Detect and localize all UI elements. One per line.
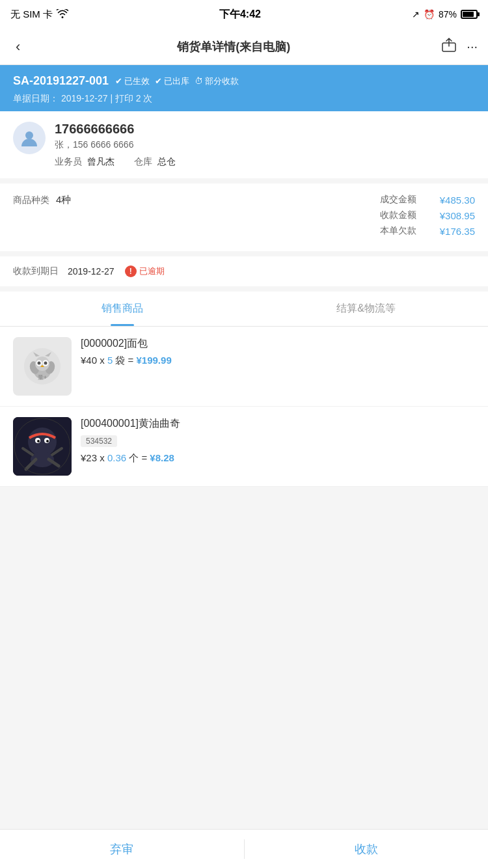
amounts-right: 成交金额 ¥485.30 收款金额 ¥308.95 本单欠款 ¥176.35 (380, 194, 475, 241)
status-partial-received: ⏱ 部分收款 (195, 75, 239, 87)
status-left: 无 SIM 卡 (10, 8, 68, 21)
product-details-1: [0000002]面包 ¥40 x 5 袋 = ¥199.99 (81, 337, 475, 367)
page-title: 销货单详情(来自电脑) (177, 39, 290, 55)
more-button[interactable]: ··· (467, 39, 478, 54)
product-thumb-1: 量+ (13, 337, 72, 396)
location-icon: ↗ (412, 9, 420, 20)
order-date: 单据日期： 2019-12-27 | 打印 2 次 (13, 93, 475, 105)
battery-percent: 87% (439, 9, 457, 20)
product-types: 商品种类 4种 (13, 194, 71, 206)
customer-meta: 业务员 曾凡杰 仓库 总仓 (55, 156, 475, 168)
tab-settlement[interactable]: 结算&物流等 (244, 292, 488, 326)
deal-amount-line: 成交金额 ¥485.30 (380, 194, 475, 206)
status-right: ↗ ⏰ 87% (412, 9, 478, 20)
nav-bar: ‹ 销货单详情(来自电脑) ··· (0, 29, 488, 65)
product-details-2: [000400001]黄油曲奇 534532 ¥23 x 0.36 个 = ¥8… (81, 417, 475, 465)
cancel-button[interactable]: 弃审 (0, 831, 244, 867)
check-icon-2: ✔ (155, 76, 162, 86)
received-amount-line: 收款金额 ¥308.95 (380, 210, 475, 221)
svg-point-19 (37, 440, 40, 442)
product-list: 量+ [0000002]面包 ¥40 x 5 袋 = ¥199.99 (0, 327, 488, 487)
due-section: 收款到期日 2019-12-27 ! 已逾期 (0, 256, 488, 292)
check-icon-1: ✔ (115, 76, 122, 86)
tabs-row: 销售商品 结算&物流等 (0, 292, 488, 326)
status-bar: 无 SIM 卡 下午4:42 ↗ ⏰ 87% (0, 0, 488, 29)
back-button[interactable]: ‹ (10, 33, 25, 61)
customer-section: 17666666666 张，156 6666 6666 业务员 曾凡杰 仓库 总… (0, 111, 488, 183)
battery-icon (461, 10, 478, 19)
due-label: 收款到期日 (13, 265, 59, 277)
clock-icon: ⏱ (195, 76, 203, 86)
customer-info: 17666666666 张，156 6666 6666 业务员 曾凡杰 仓库 总… (55, 122, 475, 168)
sales-person: 业务员 曾凡杰 (55, 156, 115, 168)
product-item-2: [000400001]黄油曲奇 534532 ¥23 x 0.36 个 = ¥8… (0, 407, 488, 487)
owed-amount-line: 本单欠款 ¥176.35 (380, 225, 475, 237)
svg-text:量+: 量+ (38, 374, 47, 381)
overdue-icon: ! (125, 265, 137, 277)
product-name-1: [0000002]面包 (81, 337, 475, 351)
product-thumb-2 (13, 417, 72, 476)
status-tags: ✔ 已生效 ✔ 已出库 ⏱ 部分收款 (115, 75, 239, 87)
warehouse: 仓库 总仓 (134, 156, 176, 168)
order-banner: SA-20191227-001 ✔ 已生效 ✔ 已出库 ⏱ 部分收款 单据日期：… (0, 65, 488, 111)
amounts-section: 商品种类 4种 成交金额 ¥485.30 收款金额 ¥308.95 本单欠款 ¥… (0, 183, 488, 256)
status-shipped: ✔ 已出库 (155, 75, 189, 87)
wifi-icon (57, 9, 68, 20)
product-name-2: [000400001]黄油曲奇 (81, 417, 475, 431)
alarm-icon: ⏰ (424, 9, 435, 20)
order-id: SA-20191227-001 (13, 74, 109, 88)
product-sku-2: 534532 (81, 435, 117, 447)
status-effected: ✔ 已生效 (115, 75, 150, 87)
overdue-text: 已逾期 (139, 265, 165, 277)
order-banner-top: SA-20191227-001 ✔ 已生效 ✔ 已出库 ⏱ 部分收款 (13, 74, 475, 88)
overdue-badge: ! 已逾期 (125, 265, 165, 277)
status-time: 下午4:42 (219, 8, 261, 21)
nav-actions: ··· (442, 38, 478, 55)
product-price-2: ¥23 x 0.36 个 = ¥8.28 (81, 452, 475, 465)
amounts-row: 商品种类 4种 成交金额 ¥485.30 收款金额 ¥308.95 本单欠款 ¥… (13, 194, 475, 241)
svg-point-1 (25, 131, 33, 139)
tab-products[interactable]: 销售商品 (0, 292, 244, 326)
share-button[interactable] (442, 38, 456, 55)
customer-name-phone: 张，156 6666 6666 (55, 139, 475, 151)
product-item-1: 量+ [0000002]面包 ¥40 x 5 袋 = ¥199.99 (0, 327, 488, 407)
customer-phone: 17666666666 (55, 122, 475, 137)
carrier-text: 无 SIM 卡 (10, 8, 53, 21)
tabs-section: 销售商品 结算&物流等 (0, 292, 488, 327)
product-price-1: ¥40 x 5 袋 = ¥199.99 (81, 355, 475, 367)
bottom-bar: 弃审 收款 (0, 829, 488, 868)
confirm-button[interactable]: 收款 (245, 831, 489, 867)
svg-point-9 (38, 362, 41, 365)
due-date: 2019-12-27 (68, 266, 115, 277)
svg-point-10 (44, 362, 47, 365)
customer-avatar (13, 122, 46, 154)
svg-point-20 (46, 440, 49, 442)
